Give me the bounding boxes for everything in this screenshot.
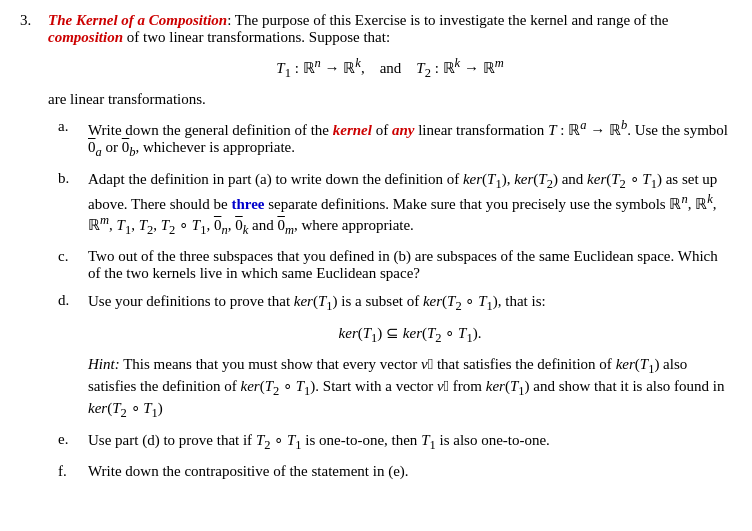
part-f: f. Write down the contrapositive of the … xyxy=(58,463,732,480)
part-b-content: Adapt the definition in part (a) to writ… xyxy=(88,170,732,238)
part-f-label: f. xyxy=(58,463,80,480)
problem-number: 3. xyxy=(20,12,40,490)
part-d-label: d. xyxy=(58,292,80,421)
composition-word: composition xyxy=(48,29,123,45)
part-d: d. Use your definitions to prove that ke… xyxy=(58,292,732,421)
part-a: a. Write down the general definition of … xyxy=(58,118,732,160)
part-d-hint: Hint: This means that you must show that… xyxy=(88,356,732,421)
any-word: any xyxy=(392,122,415,138)
kernel-word: kernel xyxy=(333,122,372,138)
part-c-label: c. xyxy=(58,248,80,282)
part-c-content: Two out of the three subspaces that you … xyxy=(88,248,732,282)
part-e-content: Use part (d) to prove that if T2 ∘ T1 is… xyxy=(88,431,732,453)
part-e-label: e. xyxy=(58,431,80,453)
part-e: e. Use part (d) to prove that if T2 ∘ T1… xyxy=(58,431,732,453)
problem-body: The Kernel of a Composition: The purpose… xyxy=(48,12,732,490)
transforms-display: T1 : ℝn → ℝk, and T2 : ℝk → ℝm xyxy=(48,56,732,81)
part-c: c. Two out of the three subspaces that y… xyxy=(58,248,732,282)
problem-3: 3. The Kernel of a Composition: The purp… xyxy=(20,12,732,490)
are-linear-text: are linear transformations. xyxy=(48,91,732,108)
part-d-content: Use your definitions to prove that ker(T… xyxy=(88,292,732,421)
part-a-content: Write down the general definition of the… xyxy=(88,118,732,160)
three-word: three xyxy=(231,196,264,212)
part-a-label: a. xyxy=(58,118,80,160)
problem-intro: The Kernel of a Composition: The purpose… xyxy=(48,12,732,46)
part-f-content: Write down the contrapositive of the sta… xyxy=(88,463,732,480)
problem-title: The Kernel of a Composition xyxy=(48,12,227,28)
part-b: b. Adapt the definition in part (a) to w… xyxy=(58,170,732,238)
part-d-formula: ker(T1) ⊆ ker(T2 ∘ T1). xyxy=(88,324,732,346)
part-b-label: b. xyxy=(58,170,80,238)
sub-parts-list: a. Write down the general definition of … xyxy=(58,118,732,480)
